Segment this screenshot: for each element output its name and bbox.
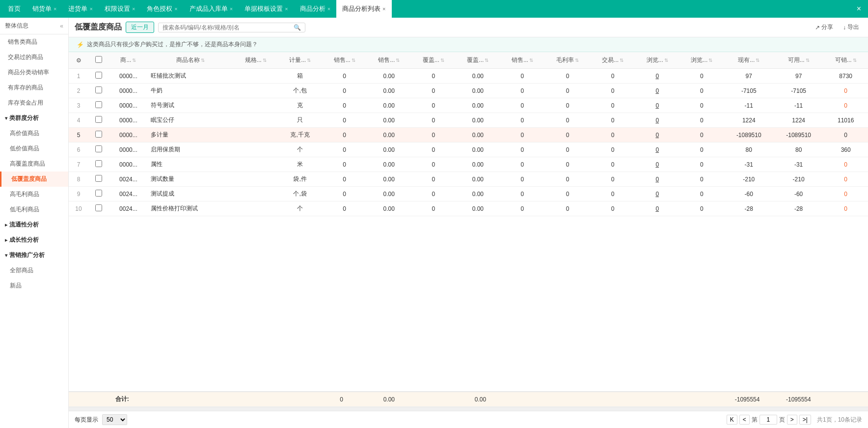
browse2-column-header[interactable]: 浏览...⇅ — [679, 52, 724, 69]
row-checkbox[interactable] — [88, 172, 109, 187]
row-browse1[interactable]: 0 — [635, 69, 679, 84]
row-sales-amt: 0.00 — [367, 187, 411, 201]
close-icon[interactable]: × — [174, 6, 177, 12]
close-icon[interactable]: × — [285, 6, 288, 12]
nav-template-settings[interactable]: 单据模板设置 × — [239, 0, 294, 18]
nav-finished-goods[interactable]: 产成品入库单 × — [184, 0, 239, 18]
page-number-input[interactable] — [760, 415, 777, 425]
sidebar-item-category-rate[interactable]: 商品分类动销率 — [0, 65, 68, 80]
horizontal-scrollbar[interactable] — [69, 407, 868, 411]
row-gross: 0 — [544, 157, 591, 172]
sidebar-section-marketing[interactable]: ▾ 营销推广分析 — [0, 248, 68, 263]
top-navigation: 首页 销货单 × 进货单 × 权限设置 × 角色授权 × 产成品入库单 × 单据… — [0, 0, 868, 18]
sidebar-item-stock-capital[interactable]: 库存资金占用 — [0, 95, 68, 111]
close-icon[interactable]: × — [132, 6, 135, 12]
current-stock-column-header[interactable]: 现有...⇅ — [724, 52, 774, 69]
nav-permission-settings[interactable]: 权限设置 × — [99, 0, 141, 18]
unit-column-header[interactable]: 计量...⇅ — [278, 52, 323, 69]
nav-sales-order[interactable]: 销货单 × — [27, 0, 62, 18]
row-browse1[interactable]: 0 — [635, 201, 679, 216]
gross-margin-column-header[interactable]: 毛利率⇅ — [544, 52, 591, 69]
search-icon[interactable]: 🔍 — [294, 24, 301, 31]
main-layout: 整体信息 « 销售类商品 交易过的商品 商品分类动销率 有库存的商品 库存资金占… — [0, 18, 868, 428]
sidebar-item-stocked-products[interactable]: 有库存的商品 — [0, 80, 68, 95]
per-page-select[interactable]: 50 20 100 — [102, 414, 127, 425]
row-browse1[interactable]: 0 — [635, 98, 679, 113]
sidebar-item-high-coverage[interactable]: 高覆盖度商品 — [0, 156, 68, 171]
row-trade: 0 — [591, 69, 635, 84]
sidebar-section-cluster-analysis[interactable]: ▾ 类群度分析 — [0, 111, 68, 126]
checkbox-column-header[interactable] — [88, 52, 109, 69]
sidebar-section-growth[interactable]: ▸ 成长性分析 — [0, 232, 68, 248]
row-checkbox[interactable] — [88, 128, 109, 143]
close-all-button[interactable]: × — [852, 4, 866, 13]
table-row: 5 0000... 多计量 克,千克 0 0.00 0 0.00 0 0 0 0… — [69, 128, 868, 143]
prev-page-button[interactable]: < — [739, 415, 750, 425]
settings-column-header[interactable]: ⚙ — [69, 52, 88, 69]
row-checkbox[interactable] — [88, 143, 109, 157]
coverage2-column-header[interactable]: 覆盖...⇅ — [456, 52, 500, 69]
export-button[interactable]: ↓ 导出 — [840, 22, 862, 32]
row-browse1[interactable]: 0 — [635, 128, 679, 143]
last-page-button[interactable]: >| — [799, 415, 811, 425]
filter-period-button[interactable]: 近一月 — [126, 22, 154, 33]
sidebar-item-high-value[interactable]: 高价值商品 — [0, 126, 68, 141]
sidebar-item-low-margin[interactable]: 低毛利商品 — [0, 202, 68, 217]
row-checkbox[interactable] — [88, 113, 109, 128]
row-browse1[interactable]: 0 — [635, 172, 679, 187]
row-checkbox[interactable] — [88, 98, 109, 113]
nav-product-analysis-list[interactable]: 商品分析列表 × — [336, 0, 391, 18]
coverage1-column-header[interactable]: 覆盖...⇅ — [411, 52, 456, 69]
sidebar-item-traded-products[interactable]: 交易过的商品 — [0, 50, 68, 65]
close-icon[interactable]: × — [54, 6, 56, 12]
row-num: 2 — [69, 84, 88, 98]
sidebar-item-sales-products[interactable]: 销售类商品 — [0, 34, 68, 50]
row-browse1[interactable]: 0 — [635, 157, 679, 172]
row-checkbox[interactable] — [88, 187, 109, 201]
name-column-header[interactable]: 商品名称⇅ — [148, 52, 234, 69]
sellable-column-header[interactable]: 可销...⇅ — [823, 52, 868, 69]
row-browse2: 0 — [679, 201, 724, 216]
sidebar-item-all-products[interactable]: 全部商品 — [0, 263, 68, 278]
sales3-column-header[interactable]: 销售...⇅ — [500, 52, 545, 69]
search-input[interactable] — [163, 24, 294, 31]
row-checkbox[interactable] — [88, 69, 109, 84]
settings-icon[interactable]: ⚙ — [76, 57, 81, 64]
collapse-icon[interactable]: « — [60, 23, 63, 29]
sidebar-item-high-margin[interactable]: 高毛利商品 — [0, 187, 68, 202]
row-browse2: 0 — [679, 187, 724, 201]
sales-qty-column-header[interactable]: 销售...⇅ — [322, 52, 367, 69]
browse1-column-header[interactable]: 浏览...⇅ — [635, 52, 679, 69]
row-browse1[interactable]: 0 — [635, 187, 679, 201]
sidebar-item-low-value[interactable]: 低价值商品 — [0, 141, 68, 156]
available-column-header[interactable]: 可用...⇅ — [774, 52, 823, 69]
sidebar-item-new-products[interactable]: 新品 — [0, 278, 68, 293]
first-page-button[interactable]: K — [727, 415, 737, 425]
trade-column-header[interactable]: 交易...⇅ — [591, 52, 635, 69]
select-all-checkbox[interactable] — [95, 56, 102, 63]
next-page-button[interactable]: > — [787, 415, 797, 425]
nav-role-auth[interactable]: 角色授权 × — [141, 0, 183, 18]
spec-column-header[interactable]: 规格...⇅ — [233, 52, 278, 69]
close-icon[interactable]: × — [382, 6, 385, 12]
sidebar-item-low-coverage[interactable]: 低覆盖度商品 — [0, 171, 68, 187]
row-browse1[interactable]: 0 — [635, 143, 679, 157]
row-checkbox[interactable] — [88, 84, 109, 98]
row-browse1[interactable]: 0 — [635, 113, 679, 128]
nav-product-analysis[interactable]: 商品分析 × — [294, 0, 336, 18]
close-icon[interactable]: × — [230, 6, 233, 12]
row-gross: 0 — [544, 172, 591, 187]
row-checkbox[interactable] — [88, 201, 109, 216]
sidebar-section-circulation[interactable]: ▸ 流通性分析 — [0, 217, 68, 232]
sales-amt-column-header[interactable]: 销售...⇅ — [367, 52, 411, 69]
row-browse1[interactable]: 0 — [635, 84, 679, 98]
row-checkbox[interactable] — [88, 157, 109, 172]
export-icon: ↓ — [843, 24, 846, 31]
nav-home[interactable]: 首页 — [2, 0, 27, 18]
row-cov1: 0 — [411, 201, 456, 216]
close-icon[interactable]: × — [89, 6, 92, 12]
code-column-header[interactable]: 商...⇅ — [109, 52, 148, 69]
close-icon[interactable]: × — [327, 6, 330, 12]
share-button[interactable]: ↗ 分享 — [812, 22, 836, 32]
nav-purchase-order[interactable]: 进货单 × — [62, 0, 98, 18]
